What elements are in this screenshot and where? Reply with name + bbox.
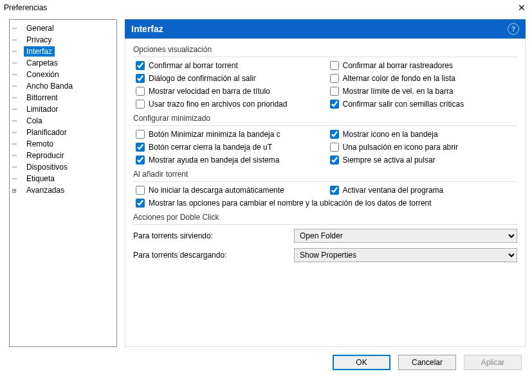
checkbox-row[interactable]: Mostrar ayuda en bandeja del sistema [136, 156, 324, 165]
checkbox-row[interactable]: Botón cerrar cierra la bandeja de uT [136, 143, 324, 152]
sidebar-item-label: Bittorrent [24, 93, 60, 103]
checkbox[interactable] [136, 186, 145, 195]
group-minim-title: Configurar minimizado [133, 114, 517, 123]
help-icon[interactable]: ? [508, 23, 519, 35]
checkbox-label: Botón Minimizar minimiza la bandeja c [149, 130, 280, 139]
cancel-button[interactable]: Cancelar [398, 355, 456, 370]
sidebar-item-label: Ancho Banda [24, 81, 75, 91]
section-title: Interfaz [131, 24, 163, 34]
tree-branch-icon: ⋯ [12, 35, 24, 44]
checkbox[interactable] [136, 199, 145, 208]
divider [133, 181, 517, 182]
tree-branch-icon: ⋯ [12, 105, 24, 114]
group-dbl-title: Acciones por Doble Click [133, 213, 517, 222]
checkbox-label: No iniciar la descarga automáticamente [149, 186, 284, 195]
tree-branch-icon: ⋯ [12, 24, 24, 33]
sidebar-item-planificador[interactable]: ⋯Planificador [12, 127, 114, 138]
checkbox[interactable] [136, 130, 145, 139]
checkbox-label: Alternar color de fondo en la lista [343, 74, 455, 83]
checkbox[interactable] [330, 74, 339, 83]
sidebar-item-label: Privacy [24, 35, 54, 45]
checkbox-label: Mostrar velocidad en barra de título [149, 87, 270, 96]
checkbox-label: Confirmar salir con semillas críticas [343, 100, 464, 109]
checkbox-label: Botón cerrar cierra la bandeja de uT [149, 143, 272, 152]
sidebar-item-remoto[interactable]: ⋯Remoto [12, 138, 114, 150]
sidebar-item-general[interactable]: ⋯General [12, 22, 114, 34]
checkbox-label: Siempre se activa al pulsar [343, 156, 436, 165]
checkbox-row[interactable]: Activar ventana del programa [330, 186, 518, 195]
sidebar-item-privacy[interactable]: ⋯Privacy [12, 34, 114, 46]
tree-branch-icon: ⋯ [12, 82, 24, 91]
checkbox-label: Mostrar límite de vel. en la barra [343, 87, 454, 96]
tree-branch-icon: ⋯ [12, 128, 24, 137]
checkbox[interactable] [136, 156, 145, 165]
checkbox-row[interactable]: Mostrar límite de vel. en la barra [330, 87, 518, 96]
tree-branch-icon: ⋯ [12, 70, 24, 79]
checkbox-row[interactable]: Mostrar icono en la bandeja [330, 130, 518, 139]
checkbox-row[interactable]: No iniciar la descarga automáticamente [136, 186, 324, 195]
apply-button[interactable]: Aplicar [464, 355, 522, 370]
checkbox-label: Mostrar las opciones para cambiar el nom… [149, 199, 432, 208]
checkbox-row[interactable]: Confirmar al borrar torrent [136, 61, 324, 70]
sidebar-item-label: Avanzadas [24, 185, 67, 195]
tree-expander-icon[interactable]: ⊞ [12, 186, 24, 195]
divider [133, 224, 517, 225]
checkbox-row[interactable]: Confirmar al borrar rastreadores [330, 61, 518, 70]
sidebar-item-label: Cola [24, 116, 45, 126]
checkbox[interactable] [330, 186, 339, 195]
sidebar-item-label: Conexión [24, 69, 62, 80]
checkbox-row[interactable]: Mostrar velocidad en barra de título [136, 87, 324, 96]
checkbox-row[interactable]: Una pulsación en icono para abrir [330, 143, 518, 152]
downloading-label: Para torrents descargando: [133, 251, 294, 260]
group-add-title: Al añadir torrent [133, 170, 517, 179]
checkbox[interactable] [136, 100, 145, 109]
checkbox[interactable] [136, 143, 145, 152]
sidebar-item-cola[interactable]: ⋯Cola [12, 115, 114, 127]
section-header: Interfaz ? [125, 19, 526, 39]
checkbox-label: Diálogo de confirmación al salir [149, 74, 256, 83]
checkbox-label: Mostrar ayuda en bandeja del sistema [149, 156, 279, 165]
sidebar-item-label: Dispositivos [24, 162, 70, 172]
checkbox[interactable] [330, 87, 339, 96]
sidebar-item-bittorrent[interactable]: ⋯Bittorrent [12, 92, 114, 103]
tree-branch-icon: ⋯ [12, 139, 24, 148]
sidebar-item-avanzadas[interactable]: ⊞Avanzadas [12, 184, 114, 196]
sidebar-item-reproducir[interactable]: ⋯Reproducir [12, 150, 114, 161]
checkbox-row[interactable]: Alternar color de fondo en la lista [330, 74, 518, 83]
checkbox[interactable] [330, 100, 339, 109]
checkbox[interactable] [136, 61, 145, 70]
sidebar-item-ancho-banda[interactable]: ⋯Ancho Banda [12, 80, 114, 92]
sidebar-item-label: Interfaz [24, 46, 55, 57]
checkbox-row[interactable]: Usar trazo fino en archivos con priorida… [136, 100, 324, 109]
checkbox-label: Mostrar icono en la bandeja [343, 130, 438, 139]
checkbox-row[interactable]: Confirmar salir con semillas críticas [330, 100, 518, 109]
checkbox-row[interactable]: Botón Minimizar minimiza la bandeja c [136, 130, 324, 139]
sidebar-item-dispositivos[interactable]: ⋯Dispositivos [12, 161, 114, 173]
sidebar-item-limitador[interactable]: ⋯Limitador [12, 103, 114, 115]
tree-branch-icon: ⋯ [12, 116, 24, 125]
sidebar-item-interfaz[interactable]: ⋯Interfaz [12, 46, 114, 57]
sidebar-item-carpetas[interactable]: ⋯Carpetas [12, 57, 114, 69]
sidebar-item-label: Remoto [24, 139, 56, 149]
checkbox[interactable] [330, 156, 339, 165]
close-icon[interactable]: ✕ [517, 3, 527, 13]
ok-button[interactable]: OK [333, 355, 390, 370]
downloading-select[interactable]: Show Properties [294, 248, 517, 262]
window-title: Preferencias [4, 3, 47, 12]
checkbox[interactable] [330, 130, 339, 139]
sidebar-item-label: Reproducir [24, 150, 67, 161]
checkbox[interactable] [136, 74, 145, 83]
checkbox[interactable] [330, 143, 339, 152]
seeding-select[interactable]: Open Folder [294, 229, 517, 243]
tree-branch-icon: ⋯ [12, 58, 24, 67]
checkbox[interactable] [136, 87, 145, 96]
divider [133, 125, 517, 126]
checkbox-row[interactable]: Mostrar las opciones para cambiar el nom… [136, 199, 517, 208]
tree-branch-icon: ⋯ [12, 93, 24, 102]
tree-branch-icon: ⋯ [12, 151, 24, 160]
checkbox-row[interactable]: Siempre se activa al pulsar [330, 156, 518, 165]
checkbox-row[interactable]: Diálogo de confirmación al salir [136, 74, 324, 83]
sidebar-item-conexion[interactable]: ⋯Conexión [12, 69, 114, 80]
checkbox[interactable] [330, 61, 339, 70]
sidebar-item-etiqueta[interactable]: ⋯Etiqueta [12, 173, 114, 184]
